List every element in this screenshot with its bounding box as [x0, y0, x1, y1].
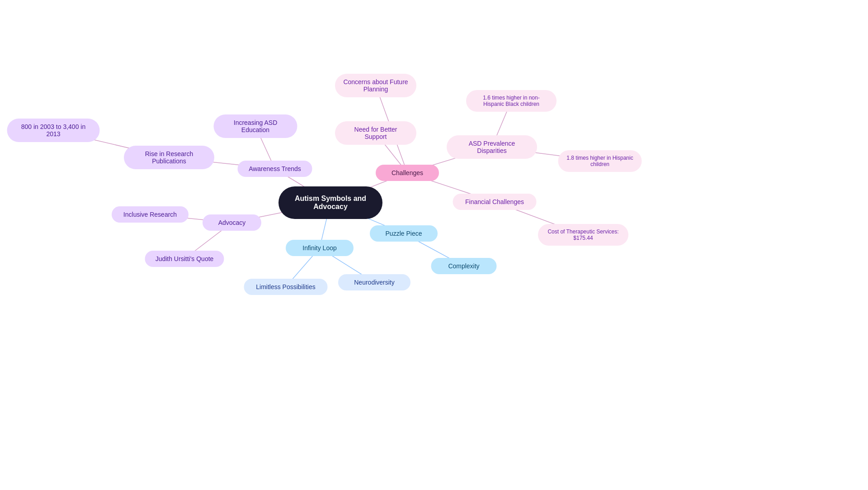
node-infinity-loop[interactable]: Infinity Loop: [286, 240, 354, 256]
node-awareness-trends[interactable]: Awareness Trends: [238, 161, 312, 177]
center-node[interactable]: Autism Symbols and Advocacy: [278, 186, 382, 219]
node-asd-prevalence[interactable]: ASD Prevalence Disparities: [447, 135, 537, 159]
node-advocacy[interactable]: Advocacy: [203, 214, 261, 231]
connections-svg: [0, 0, 868, 490]
node-800-to-3400[interactable]: 800 in 2003 to 3,400 in 2013: [7, 119, 100, 142]
node-non-hispanic-black[interactable]: 1.6 times higher in non-Hispanic Black c…: [466, 90, 557, 112]
node-neurodiversity[interactable]: Neurodiversity: [338, 274, 410, 290]
node-need-better-support[interactable]: Need for Better Support: [335, 121, 416, 145]
node-cost-therapeutic[interactable]: Cost of Therapeutic Services: $175.44: [538, 224, 628, 246]
mindmap-canvas: Autism Symbols and AdvocacyChallengesCon…: [0, 0, 868, 490]
node-challenges[interactable]: Challenges: [376, 165, 439, 181]
node-complexity[interactable]: Complexity: [431, 258, 497, 274]
node-limitless[interactable]: Limitless Possibilities: [244, 279, 328, 295]
node-hispanic[interactable]: 1.8 times higher in Hispanic children: [558, 150, 642, 172]
node-financial-challenges[interactable]: Financial Challenges: [453, 194, 537, 210]
node-judith-quote[interactable]: Judith Ursitti's Quote: [145, 251, 224, 267]
node-increasing-asd[interactable]: Increasing ASD Education: [214, 114, 297, 138]
node-rise-research[interactable]: Rise in Research Publications: [124, 146, 214, 169]
node-inclusive-research[interactable]: Inclusive Research: [112, 206, 189, 223]
node-concerns-future[interactable]: Concerns about Future Planning: [335, 74, 416, 97]
node-puzzle-piece[interactable]: Puzzle Piece: [370, 225, 438, 242]
